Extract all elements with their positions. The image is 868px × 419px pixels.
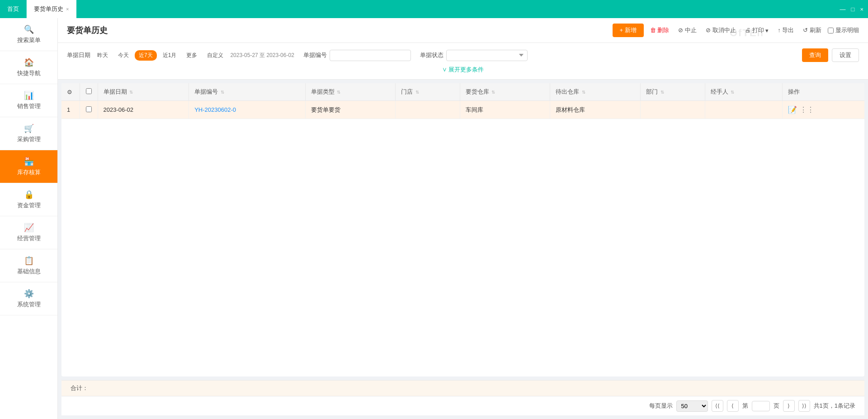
sort-dept-icon[interactable]: ⇅ <box>660 90 664 95</box>
date-btn-1month[interactable]: 近1月 <box>159 50 181 61</box>
footer-total-label: 合计： <box>71 384 88 392</box>
date-filter-group: 单据日期 昨天 今天 近7天 近1月 更多 自定义 2023-05-27 至 2… <box>67 50 294 61</box>
date-btn-today[interactable]: 今天 <box>114 50 133 61</box>
filter-actions: 查询 设置 <box>802 48 859 62</box>
sort-orderno-icon[interactable]: ⇅ <box>221 90 224 95</box>
first-page-btn[interactable]: ⟨⟨ <box>712 400 723 412</box>
filter-row-2: ∨ 展开更多条件 <box>67 66 859 74</box>
print-button[interactable]: 🖨 打印 ▾ <box>742 24 772 36</box>
row-checkbox[interactable] <box>86 106 92 112</box>
sidebar-item-inventory[interactable]: 🏪 库存核算 <box>0 150 57 183</box>
last-page-btn[interactable]: ⟩⟩ <box>798 400 810 412</box>
status-select[interactable] <box>446 50 528 61</box>
page-label: 第 <box>742 402 748 410</box>
date-btn-custom[interactable]: 自定义 <box>203 50 227 61</box>
sort-wait-warehouse-icon[interactable]: ⇅ <box>582 90 585 95</box>
pagination-bar: 每页显示 50 100 ⟨⟨ ⟨ 第 1 页 ⟩ ⟩⟩ 共1页，1条记录 <box>61 396 864 415</box>
export-button[interactable]: ↑ 导出 <box>775 24 797 36</box>
row-dept <box>641 101 705 119</box>
date-btn-7days[interactable]: 近7天 <box>135 50 157 61</box>
order-no-filter-group: 单据编号 <box>303 50 411 61</box>
order-no-label: 单据编号 <box>303 51 327 59</box>
minimize-icon[interactable]: — <box>840 6 846 13</box>
row-checkbox-cell[interactable] <box>80 101 98 119</box>
col-warehouse: 要货仓库 ⇅ <box>460 83 550 101</box>
refresh-button[interactable]: ↺ 刷新 <box>800 24 824 36</box>
cancel-stop-button[interactable]: ⊘ 取消中止 <box>703 24 739 36</box>
order-no-input[interactable] <box>330 50 411 61</box>
per-page-select[interactable]: 50 100 <box>676 400 708 412</box>
close-window-icon[interactable]: × <box>860 6 863 13</box>
row-edit-icon[interactable]: 📝 <box>788 105 797 114</box>
select-all-checkbox[interactable] <box>86 88 92 94</box>
inventory-icon: 🏪 <box>24 157 34 167</box>
table-header-row: ⚙ 单据日期 ⇅ 单据编号 ⇅ <box>61 83 864 101</box>
status-filter-group: 单据状态 <box>420 50 528 61</box>
date-range-display: 2023-05-27 至 2023-06-02 <box>230 52 294 59</box>
tab-home[interactable]: 首页 <box>0 0 27 18</box>
display-detail-toggle[interactable]: 显示明细 <box>828 26 859 34</box>
sidebar-item-purchase[interactable]: 🛒 采购管理 <box>0 117 57 150</box>
sort-store-icon[interactable]: ⇅ <box>415 90 419 95</box>
finance-icon: 🔒 <box>24 190 34 200</box>
toolbar: + 新增 🗑 删除 ⊘ 中止 ⊘ 取消中止 🖨 打印 ▾ ↑ 导出 ↺ 刷新 显… <box>613 24 859 37</box>
stop-button[interactable]: ⊘ 中止 <box>675 24 699 36</box>
col-store: 门店 ⇅ <box>396 83 460 101</box>
date-btn-yesterday[interactable]: 昨天 <box>93 50 112 61</box>
sort-handler-icon[interactable]: ⇅ <box>731 90 734 95</box>
next-page-btn[interactable]: ⟩ <box>783 400 795 412</box>
expand-conditions-button[interactable]: ∨ 展开更多条件 <box>442 66 484 74</box>
sidebar-item-search[interactable]: 🔍 搜索菜单 <box>0 18 57 51</box>
row-actions: 📝 ⋮⋮ <box>782 101 864 119</box>
row-type: 要货单要货 <box>305 101 396 119</box>
row-store <box>396 101 460 119</box>
row-order-no[interactable]: YH-20230602-0 <box>189 101 305 119</box>
sales-icon: 📊 <box>24 90 34 100</box>
print-dropdown-icon[interactable]: ▾ <box>765 27 769 34</box>
col-wait-warehouse: 待出仓库 ⇅ <box>550 83 641 101</box>
maximize-icon[interactable]: □ <box>851 6 855 13</box>
page-header: 要货单历史 + 新增 🗑 删除 ⊘ 中止 ⊘ 取消中止 🖨 打印 ▾ ↑ 导出 … <box>58 18 868 43</box>
row-action-group: 📝 ⋮⋮ <box>788 105 859 114</box>
row-more-icon[interactable]: ⋮⋮ <box>800 105 814 114</box>
sidebar-item-system[interactable]: ⚙️ 系统管理 <box>0 282 57 315</box>
page-input[interactable]: 1 <box>752 401 770 411</box>
filter-area: 单据日期 昨天 今天 近7天 近1月 更多 自定义 2023-05-27 至 2… <box>58 43 868 80</box>
sidebar-item-basic[interactable]: 📋 基础信息 <box>0 249 57 282</box>
date-btn-more[interactable]: 更多 <box>182 50 201 61</box>
col-type: 单据类型 ⇅ <box>305 83 396 101</box>
tab-order-history[interactable]: 要货单历史 × <box>27 0 76 18</box>
filter-row-1: 单据日期 昨天 今天 近7天 近1月 更多 自定义 2023-05-27 至 2… <box>67 48 859 62</box>
sort-date-icon[interactable]: ⇅ <box>129 90 133 95</box>
display-detail-checkbox[interactable] <box>828 28 834 33</box>
new-button[interactable]: + 新增 <box>613 24 644 37</box>
sidebar-item-operation[interactable]: 📈 经营管理 <box>0 216 57 249</box>
total-info: 共1页，1条记录 <box>814 402 855 410</box>
home-icon: 🏠 <box>24 57 34 67</box>
sidebar-item-sales[interactable]: 📊 销售管理 <box>0 84 57 117</box>
main-layout: 🔍 搜索菜单 🏠 快捷导航 📊 销售管理 🛒 采购管理 🏪 库存核算 🔒 资金管… <box>0 18 868 419</box>
sidebar: 🔍 搜索菜单 🏠 快捷导航 📊 销售管理 🛒 采购管理 🏪 库存核算 🔒 资金管… <box>0 18 58 419</box>
column-settings-icon[interactable]: ⚙ <box>67 89 72 95</box>
col-order-no: 单据编号 ⇅ <box>189 83 305 101</box>
page-of-label: 页 <box>774 402 779 410</box>
top-bar: 首页 要货单历史 × — □ × <box>0 0 868 18</box>
col-action: 操作 <box>782 83 864 101</box>
purchase-icon: 🛒 <box>24 124 34 133</box>
sidebar-item-finance[interactable]: 🔒 资金管理 <box>0 183 57 216</box>
sort-warehouse-icon[interactable]: ⇅ <box>491 90 495 95</box>
operation-icon: 📈 <box>24 223 34 233</box>
settings-col[interactable]: ⚙ <box>61 83 80 101</box>
query-button[interactable]: 查询 <box>802 48 828 62</box>
data-table: ⚙ 单据日期 ⇅ 单据编号 ⇅ <box>61 83 864 119</box>
sidebar-item-shortcut[interactable]: 🏠 快捷导航 <box>0 51 57 84</box>
system-icon: ⚙️ <box>24 289 34 299</box>
delete-button[interactable]: 🗑 删除 <box>647 24 672 36</box>
prev-page-btn[interactable]: ⟨ <box>727 400 739 412</box>
sort-type-icon[interactable]: ⇅ <box>337 90 340 95</box>
setting-button[interactable]: 设置 <box>832 48 859 62</box>
content-area: 要货单历史 + 新增 🗑 删除 ⊘ 中止 ⊘ 取消中止 🖨 打印 ▾ ↑ 导出 … <box>58 18 868 419</box>
checkbox-col[interactable] <box>80 83 98 101</box>
close-tab-icon[interactable]: × <box>66 6 69 12</box>
row-wait-warehouse: 原材料仓库 <box>550 101 641 119</box>
